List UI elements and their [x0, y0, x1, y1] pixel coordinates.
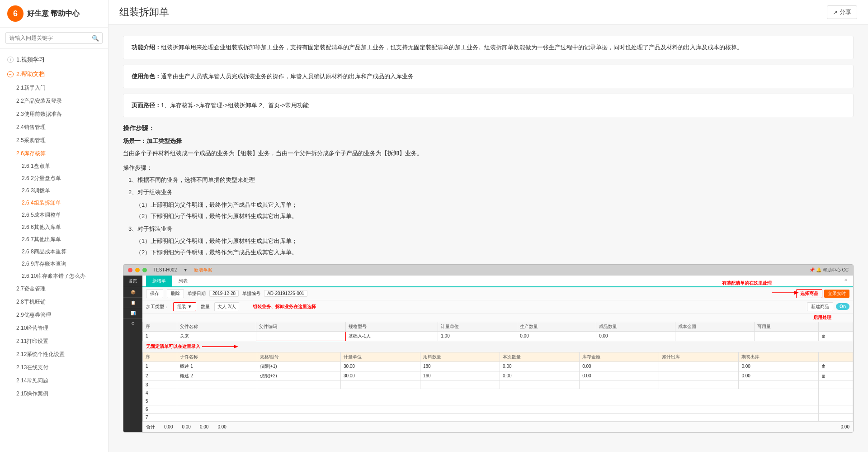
- step2-1: （1）上部明细为父件明细，最终作为产成品生成其它入库单；: [136, 200, 854, 210]
- sidebar-item-2-6-10[interactable]: 2.6.10库存账本错了怎么办: [0, 270, 108, 282]
- mock-confirm-btn: 立采实时: [824, 290, 849, 298]
- mock-ui: 首页 📦 📋 📊 ⚙ 新增单 列表 ✕: [123, 276, 853, 432]
- step3-2: （2）下部明细为子件明细，最终作为产成品生成其它入库单。: [136, 247, 854, 257]
- col-b-seq: 序: [143, 352, 177, 362]
- cell-b2-stock: 0.00: [580, 371, 659, 381]
- mock-type-label: 加工类型：: [146, 304, 169, 310]
- mock-bottom-table: 序 子件名称 规格/型号 计量单位 用料数量 本次数量 库存金额 累计出库 期初: [142, 352, 853, 422]
- col-b-action: [818, 352, 853, 362]
- sidebar-item-1[interactable]: + 1.视频学习: [0, 52, 108, 67]
- sidebar-item-2-6-4[interactable]: 2.6.4组装拆卸单: [0, 197, 108, 209]
- sidebar-item-2-6-5[interactable]: 2.6.5成本调整单: [0, 209, 108, 221]
- cell-b-stock: 0.00: [580, 362, 659, 371]
- content-area: 功能介绍：组装拆卸单用来处理企业组装或拆卸等加工业务，支持有固定装配清单的产品加…: [108, 25, 868, 452]
- sidebar-item-2-6-2[interactable]: 2.6.2分量盘点单: [0, 172, 108, 185]
- sidebar-item-2-1[interactable]: 2.1新手入门: [0, 81, 108, 95]
- mock-nav-icon1: 📦: [123, 287, 142, 298]
- col-cost: 成本金额: [675, 322, 755, 331]
- logo-icon: 6: [7, 5, 24, 22]
- annotation-4: 无固定清单可以在这里录入: [146, 344, 200, 349]
- table-row-b-2: 2 概述 2 仅限(+2) 30.00 160 0.00 0.00 0.00: [143, 371, 853, 381]
- svg-marker-1: [794, 291, 799, 295]
- feature-intro-box: 功能介绍：组装拆卸单用来处理企业组装或拆卸等加工业务，支持有固定装配清单的产品加…: [123, 36, 854, 59]
- sidebar-item-2-12[interactable]: 2.12系统个性化设置: [0, 348, 108, 361]
- cell-b2-unit: 30.00: [340, 371, 420, 381]
- col-b-spec: 规格/型号: [257, 352, 340, 362]
- search-input[interactable]: [5, 32, 103, 44]
- sidebar-item-2-10[interactable]: 2.10经营管理: [0, 322, 108, 335]
- col-seq: 序: [143, 322, 177, 331]
- sc-toolbar-icons: 📌 🔔 帮助中心 CC: [809, 267, 849, 273]
- sidebar-item-2-5[interactable]: 2.5采购管理: [0, 134, 108, 147]
- table-row: 1 关来 基础入-1人 1.00 0.00 0.00: [143, 331, 853, 341]
- mock-close-tab: ✕: [842, 276, 849, 286]
- mock-select-btn: 选择商品: [796, 289, 822, 298]
- annotation-4-arrow: [202, 342, 238, 351]
- sidebar-item-2-14[interactable]: 2.14常见问题: [0, 374, 108, 387]
- sidebar-item-2-6-3[interactable]: 2.6.3调拨单: [0, 185, 108, 197]
- col-b-init: 期初出库: [739, 352, 818, 362]
- nav-section-1: + 1.视频学习: [0, 52, 108, 67]
- sc-title: TEST-H002: [153, 267, 177, 272]
- annotation-2: 组装业务、拆卸业务在这里选择: [253, 304, 316, 310]
- sidebar-item-2-2[interactable]: 2.2产品安装及登录: [0, 95, 108, 108]
- share-button[interactable]: ↗ 分享: [827, 5, 857, 19]
- sidebar-item-2-9[interactable]: 2.9优惠券管理: [0, 309, 108, 322]
- sidebar-item-2-6-9[interactable]: 2.6.9库存账本查询: [0, 258, 108, 270]
- cell-b4-empty: [177, 389, 818, 397]
- cell-b-qty: 180: [420, 362, 500, 371]
- cell-b-qty2: 0.00: [500, 362, 580, 371]
- cell-b3-init: [739, 381, 818, 389]
- cell-b2-init: 0.00: [739, 371, 818, 381]
- sidebar-item-2-11[interactable]: 2.11打印设置: [0, 335, 108, 348]
- ops-heading: 操作步骤：: [123, 124, 854, 133]
- mock-qty-val: 大人 2/人: [214, 302, 239, 311]
- mock-total-label: 合计: [146, 424, 155, 430]
- sidebar-item-2-label: 2.帮助文档: [16, 70, 45, 78]
- annotation-1: 有装配清单的在这里处理: [722, 280, 772, 286]
- path-label: 页面路径：: [132, 102, 161, 109]
- role-text: 通常由生产人员或库管人员完成拆装业务的操作，库管人员确认原材料的出库和产成品的入…: [161, 73, 414, 80]
- mock-type-row: 加工类型： 组装 ▼ 数量 大人 2/人 组装业务、拆卸业务在这里选择 新建商品…: [142, 300, 853, 314]
- table-row-b-3: 3: [143, 381, 853, 389]
- mock-date-label: 单据日期: [188, 290, 206, 297]
- step2-2: （2）下部明细为子件明细，最终作为原材料生成其它出库单。: [136, 211, 854, 221]
- sidebar-item-2-15[interactable]: 2.15操作案例: [0, 387, 108, 400]
- sidebar-item-2-6-6[interactable]: 2.6.6其他入库单: [0, 221, 108, 233]
- path-box: 页面路径：1、库存核算->库存管理->组装拆卸单 2、首页->常用功能: [123, 94, 854, 117]
- logo-bar: 6 好生意 帮助中心: [0, 0, 108, 28]
- sidebar-item-2-6[interactable]: 2.6库存核算: [0, 147, 108, 160]
- col-prod-qty: 生产数量: [517, 322, 596, 331]
- sidebar-item-2-8[interactable]: 2.8手机旺铺: [0, 295, 108, 309]
- sidebar-item-2-3[interactable]: 2.3使用前数据准备: [0, 108, 108, 121]
- cell-avail: [755, 331, 819, 341]
- mock-total-2: 0.00: [182, 424, 190, 429]
- sidebar-item-2-4[interactable]: 2.4销售管理: [0, 121, 108, 134]
- sidebar-item-2-6-8[interactable]: 2.6.8商品成本重算: [0, 246, 108, 258]
- screenshot-container: TEST-H002 ▼ 新增单据 📌 🔔 帮助中心 CC 首页 📦 📋 📊 ⚙: [123, 264, 854, 433]
- cell-b3-name: [177, 381, 257, 389]
- cell-b4-act: [818, 389, 853, 397]
- cell-seq: 1: [143, 331, 177, 341]
- cell-row-action: 🗑: [819, 331, 853, 341]
- sidebar-item-2-6-1[interactable]: 2.6.1盘点单: [0, 160, 108, 172]
- role-box: 使用角色：通常由生产人员或库管人员完成拆装业务的操作，库管人员确认原材料的出库和…: [123, 65, 854, 88]
- cell-name: 关来: [177, 331, 256, 341]
- sidebar-item-2-13[interactable]: 2.13在线支付: [0, 361, 108, 374]
- cell-b7-act: [818, 413, 853, 421]
- mock-tab-new: 新增单: [146, 276, 172, 286]
- minus-icon: −: [7, 71, 14, 77]
- page-title: 组装拆卸单: [119, 5, 169, 19]
- col-product-qty: 成品数量: [596, 322, 675, 331]
- cell-b3-qty: [420, 381, 500, 389]
- mock-btn-del: 删除: [167, 289, 184, 298]
- mock-nav-icon4: ⚙: [123, 319, 142, 328]
- search-icon: 🔍: [92, 35, 99, 42]
- mock-date-val: 2019-12-28: [209, 290, 239, 297]
- sidebar-item-2-6-7[interactable]: 2.6.7其他出库单: [0, 233, 108, 246]
- sidebar-item-2-7[interactable]: 2.7资金管理: [0, 282, 108, 295]
- mock-layout: 首页 📦 📋 📊 ⚙ 新增单 列表 ✕: [123, 276, 853, 432]
- sidebar-item-2[interactable]: − 2.帮助文档: [0, 67, 108, 81]
- col-spec: 规格型号: [345, 322, 438, 331]
- col-b-name: 子件名称: [177, 352, 257, 362]
